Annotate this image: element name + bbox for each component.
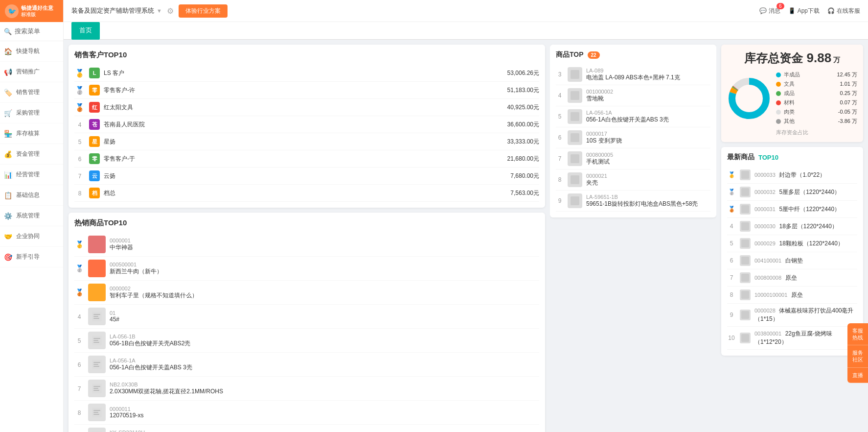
sidebar-item-sys-mgmt[interactable]: ⚙️ 系统管理 <box>0 206 63 226</box>
sidebar-item-finance[interactable]: 💰 资金管理 <box>0 144 63 165</box>
new-product-details: 0000033 封边带（1.0*22） <box>754 171 857 179</box>
svg-rect-7 <box>93 342 99 343</box>
legend-dot <box>776 82 781 87</box>
sidebar-item-cooperation[interactable]: 🤝 企业协同 <box>0 226 63 247</box>
svg-rect-27 <box>571 133 579 142</box>
customer-rank-row: 5 星 星扬 33,333.00元 <box>74 133 539 150</box>
customer-avatar: 档 <box>89 188 100 198</box>
legend-dot <box>776 119 781 124</box>
headset-icon: 🎧 <box>827 7 835 14</box>
product-thumbnail-placeholder <box>88 308 106 325</box>
new-product-name: 5厘多层（1220*2440） <box>779 189 840 195</box>
online-service-item[interactable]: 🎧 在线客服 <box>827 7 860 15</box>
float-btn-community[interactable]: 服务社区 <box>847 345 868 368</box>
product-name: 手机测试 <box>586 158 710 166</box>
product-thumbnail <box>88 260 106 277</box>
app-download-item[interactable]: 📱 App下载 <box>788 7 820 15</box>
message-item[interactable]: 💬 消息 6 <box>759 7 780 15</box>
new-product-details: 003800001 22g鱼豆腐-烧烤味（1*12*20） <box>754 330 857 346</box>
product-rank: 4 <box>74 313 84 320</box>
new-product-row: 7 000800008 原垒 <box>727 269 857 287</box>
hot-product-row: 5 LA-056-1B 056-1B白色按键开关壳ABS2壳 <box>74 329 539 353</box>
sidebar-item-basic-info[interactable]: 📋 基础信息 <box>0 185 63 206</box>
customer-name: 苍南县人民医院 <box>104 120 503 129</box>
search-menu[interactable]: 🔍 搜索菜单 <box>0 22 63 41</box>
new-product-code: 0000033 <box>754 172 776 178</box>
legend-value: 1.01 万 <box>840 80 857 88</box>
rank-medal: 6 <box>74 155 85 163</box>
svg-rect-37 <box>741 188 749 196</box>
svg-rect-42 <box>741 274 749 282</box>
sidebar-item-sales[interactable]: 🏷️ 销售管理 <box>0 82 63 103</box>
product-rank: 🥈 <box>74 264 84 272</box>
trial-button[interactable]: 体验行业方案 <box>179 4 228 18</box>
customer-rank-row: 8 档 档总 7,563.00元 <box>74 185 539 202</box>
product-name: 智利车子里（规格不知道填什么） <box>110 291 539 300</box>
product-thumb <box>568 193 582 208</box>
legend-dot <box>776 91 781 96</box>
customer-avatar: 红 <box>89 102 100 113</box>
product-thumb <box>568 67 582 82</box>
product-name: 夹壳 <box>586 179 710 187</box>
rank-num: 3 <box>556 71 564 78</box>
product-code: NB2.0X30B <box>110 382 539 387</box>
rank-number: 8 <box>78 190 82 197</box>
legend-value: 0.25 万 <box>840 90 857 97</box>
search-icon: 🔍 <box>4 28 12 35</box>
new-product-code: 0000029 <box>754 240 776 246</box>
product-mid-row: 6 0000017 10S 变刹罗骁 <box>556 127 710 148</box>
product-rank: 🥇 <box>74 240 84 248</box>
customer-value: 7,680.00元 <box>510 172 539 180</box>
new-product-name: 原垒 <box>791 291 803 298</box>
rank-medal: 🥉 <box>74 103 85 112</box>
sidebar-item-quick-nav[interactable]: 🏠 快捷导航 <box>0 41 63 62</box>
sidebar-item-marketing[interactable]: 📢 营销推广 <box>0 62 63 82</box>
sidebar-item-operation[interactable]: 📊 经营管理 <box>0 165 63 185</box>
product-code: 0000017 <box>586 131 710 137</box>
legend-dot <box>776 72 781 77</box>
sidebar-item-purchase[interactable]: 🛒 采购管理 <box>0 103 63 123</box>
svg-rect-38 <box>741 205 749 213</box>
legend-value: 0.07 万 <box>840 99 857 106</box>
new-product-details: 0000030 18多层（1220*2440） <box>754 222 857 231</box>
new-product-details: 0000028 体械嘉枝味苏打饮品400毫升（1*15） <box>754 307 857 323</box>
new-product-details: 000800008 原垒 <box>754 274 857 282</box>
product-details: LA-089 电池盖 LA-089 ABS本色+黑种 7.1克 <box>586 68 710 82</box>
legend-value: -3.86 万 <box>838 118 857 125</box>
gear-settings-icon[interactable]: ⚙ <box>167 6 174 16</box>
product-code: 000500001 <box>110 262 539 267</box>
left-column: 销售客户TOP10 🥇 L LS 客户 53,006.26元 🥈 零 零售客户-… <box>64 40 550 432</box>
product-name: 2.0X30MM双搓花轴,搓花直径2.1MM/ROHS <box>110 387 539 396</box>
product-thumbnail-placeholder <box>88 332 106 349</box>
app-logo: 🐦 畅捷通好生意 标准版 <box>0 0 63 22</box>
float-btn-service[interactable]: 客服热线 <box>847 323 868 346</box>
rank-medal: 8 <box>74 190 85 197</box>
gold-medal-icon: 🥇 <box>75 240 84 248</box>
product-mid-row: 3 LA-089 电池盖 LA-089 ABS本色+黑种 7.1克 <box>556 64 710 85</box>
new-products-card: 最新商品 TOP10 🥇 0000033 封边带（1.0*22） 🥈 00000… <box>721 147 863 356</box>
svg-rect-36 <box>741 171 749 179</box>
product-name: 056-1B白色按键开关壳ABS2壳 <box>110 339 539 348</box>
new-product-name: 5厘中纤（1220*2440） <box>779 206 840 213</box>
product-mid-row: 9 LA-59651-1B 59651-1B旋转投影灯电池盒ABS黑色+58壳 <box>556 191 710 212</box>
product-name: 056-1A白色按键开关盖ABS 3壳 <box>586 116 710 124</box>
rank-num: 7 <box>556 155 564 162</box>
product-details: 000800005 手机测试 <box>586 152 710 166</box>
chevron-down-icon: ▼ <box>157 8 162 14</box>
svg-rect-5 <box>93 338 100 339</box>
hot-product-row: 7 NB2.0X30B 2.0X30MM双搓花轴,搓花直径2.1MM/ROHS <box>74 377 539 401</box>
sidebar: 🐦 畅捷通好生意 标准版 🔍 搜索菜单 🏠 快捷导航 📢 营销推广 🏷️ 销售管… <box>0 0 64 432</box>
sidebar-item-inventory[interactable]: 🏪 库存核算 <box>0 123 63 144</box>
product-code: LA-056-1A <box>110 358 539 363</box>
product-mid-list: 3 LA-089 电池盖 LA-089 ABS本色+黑种 7.1克 4 0010… <box>556 64 710 212</box>
inventory-chart-label: 库存资金占比 <box>727 129 857 136</box>
new-product-row: 6 004100001 白钢垫 <box>727 252 857 269</box>
customer-value: 36,600.00元 <box>507 120 539 129</box>
product-info: 0000001 中华神器 <box>110 238 539 252</box>
float-btn-live[interactable]: 直播 <box>847 368 868 383</box>
product-info: 0000002 智利车子里（规格不知道填什么） <box>110 286 539 300</box>
tab-home[interactable]: 首页 <box>71 22 100 40</box>
sidebar-item-guide[interactable]: 🎯 新手引导 <box>0 247 63 267</box>
new-product-thumb <box>740 333 751 343</box>
donut-chart <box>727 76 771 122</box>
